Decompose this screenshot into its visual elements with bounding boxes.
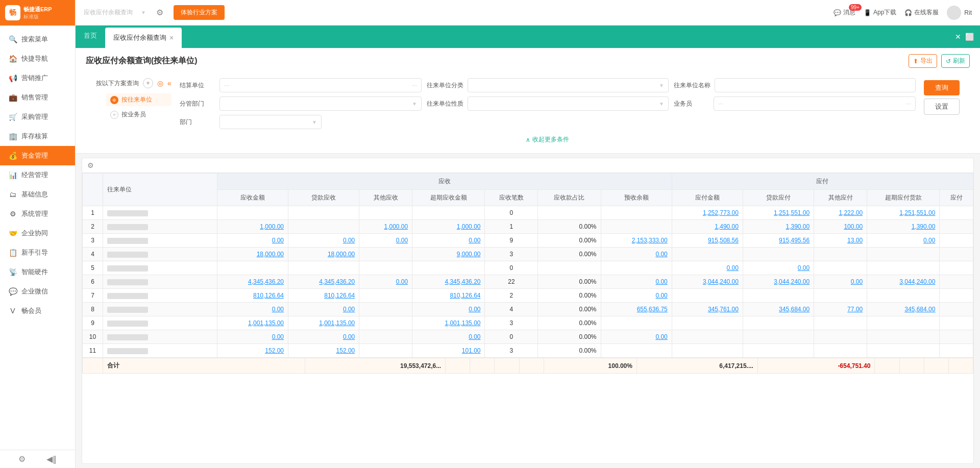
row-ar-count: 3 xyxy=(485,344,538,358)
row-ap-loan xyxy=(743,344,814,358)
row-ap-loan: 1,251,551.00 xyxy=(743,206,814,220)
row-ar-overdue: 0.00 xyxy=(412,303,485,316)
sidebar-item-beginner[interactable]: 📋 新手引导 xyxy=(0,243,75,262)
partner-nature-input[interactable]: ▼ xyxy=(468,96,669,111)
sidebar-item-quick-nav[interactable]: 🏠 快捷导航 xyxy=(0,49,75,68)
row-ar-count: 0 xyxy=(485,330,538,344)
tab-close-icon[interactable]: × xyxy=(169,34,174,41)
sidebar-settings-icon[interactable]: ⚙ xyxy=(18,454,26,464)
filter-add-btn[interactable]: + xyxy=(143,78,153,88)
sidebar-item-search-menu[interactable]: 🔍 搜索菜单 xyxy=(0,30,75,49)
enterprise-icon: 🤝 xyxy=(8,229,17,238)
sidebar-item-base-info[interactable]: 🗂 基础信息 xyxy=(0,185,75,204)
row-ap-other: 77.00 xyxy=(814,303,867,316)
department-input[interactable]: ▼ xyxy=(219,96,422,111)
row-ap-extra xyxy=(940,303,973,316)
tabs-bar: 首页 应收应付余额查询 × ✕ ⬜ xyxy=(76,26,980,48)
row-ap-overdue xyxy=(867,330,940,344)
row-ap-amount: 3,044,240.00 xyxy=(672,275,743,289)
row-ar-overdue: 810,126.64 xyxy=(412,289,485,303)
online-service[interactable]: 🎧 在线客服 xyxy=(904,8,939,17)
page-title-row: 应收应付余额查询(按往来单位) ⬆ 导出 ↺ 刷新 xyxy=(86,54,970,68)
partner-name-input[interactable] xyxy=(715,78,916,92)
tab-ar-balance[interactable]: 应收应付余额查询 × xyxy=(105,28,182,48)
partner-category-input[interactable]: ▼ xyxy=(468,78,669,92)
app-logo-icon: 畅 xyxy=(5,5,20,20)
row-ap-amount: 1,490.00 xyxy=(672,220,743,234)
row-ap-loan xyxy=(743,248,814,261)
row-partner-cell xyxy=(103,206,217,220)
filter-by-partner[interactable]: ⊕ 按往来单位 xyxy=(106,93,172,106)
row-ap-extra xyxy=(940,316,973,330)
window-close-icon[interactable]: ✕ xyxy=(955,33,961,41)
sidebar-item-system[interactable]: ⚙ 系统管理 xyxy=(0,204,75,224)
dept-input[interactable]: ▼ xyxy=(219,115,322,129)
sidebar-item-wechat[interactable]: 💬 企业微信 xyxy=(0,282,75,301)
sidebar-item-smart-hw[interactable]: 📡 智能硬件 xyxy=(0,262,75,282)
message-badge: 99+ xyxy=(849,4,862,11)
filter-salesman: 业务员 ··· xyxy=(674,96,916,111)
sidebar-item-finance[interactable]: 💰 资金管理 xyxy=(0,146,75,165)
col-ar-count-header: 应收笔数 xyxy=(485,190,538,206)
sidebar-item-inventory[interactable]: 🏢 库存核算 xyxy=(0,127,75,146)
app-download[interactable]: 📱 App下载 xyxy=(864,8,896,17)
row-ar-overdue: 9,000.00 xyxy=(412,248,485,261)
sidebar-item-enterprise[interactable]: 🤝 企业协同 xyxy=(0,224,75,243)
sidebar-item-sales[interactable]: 💼 销售管理 xyxy=(0,88,75,107)
main-area: 应收应付余额查询 ▼ ⚙ 体验行业方案 💬 消息 99+ 📱 App下载 🎧 在… xyxy=(76,0,980,468)
user-name: Rit xyxy=(964,9,972,16)
sidebar-item-purchase[interactable]: 🛒 采购管理 xyxy=(0,107,75,127)
row-ar-advance: 0.00 xyxy=(601,248,672,261)
set-button[interactable]: 设置 xyxy=(924,98,960,115)
salesman-input[interactable]: ··· xyxy=(714,96,916,111)
window-maximize-icon[interactable]: ⬜ xyxy=(965,33,974,41)
settlement-unit-input[interactable]: ··· xyxy=(219,78,422,92)
user-avatar[interactable]: Rit xyxy=(947,6,972,20)
row-ar-count: 2 xyxy=(485,289,538,303)
query-button[interactable]: 查询 xyxy=(924,80,960,95)
footer-partner-cell: 合计 xyxy=(103,358,305,374)
row-no-cell: 11 xyxy=(83,344,103,358)
row-ar-ratio: 0.00% xyxy=(538,316,601,330)
page-header: 应收应付余额查询(按往来单位) ⬆ 导出 ↺ 刷新 xyxy=(76,48,980,154)
row-ap-overdue xyxy=(867,261,940,275)
row-ap-other xyxy=(814,330,867,344)
col-ap-loan-header: 贷款应付 xyxy=(743,190,814,206)
row-no-cell: 10 xyxy=(83,330,103,344)
tab-home[interactable]: 首页 xyxy=(76,26,105,46)
filter-by-salesman[interactable]: ○ 按业务员 xyxy=(106,108,172,121)
filter-collapse-btn[interactable]: ∧ 收起更多条件 xyxy=(180,133,916,146)
row-ap-other xyxy=(814,289,867,303)
sidebar-item-marketing[interactable]: 📢 营销推广 xyxy=(0,68,75,88)
row-ar-other xyxy=(359,316,412,330)
beginner-icon: 📋 xyxy=(8,248,17,257)
sidebar-item-member[interactable]: V 畅会员 xyxy=(0,301,75,321)
row-ar-amount xyxy=(217,261,288,275)
row-ap-other xyxy=(814,248,867,261)
row-partner-cell xyxy=(103,234,217,248)
footer-ar-amount-cell: 19,553,472,6... xyxy=(305,358,446,374)
refresh-button[interactable]: ↺ 刷新 xyxy=(941,54,970,68)
col-ap-extra-header: 应付 xyxy=(940,190,973,206)
topbar-cta-button[interactable]: 体验行业方案 xyxy=(174,5,225,20)
row-ar-count: 3 xyxy=(485,248,538,261)
page-title: 应收应付余额查询(按往来单位) xyxy=(86,56,198,66)
sidebar-item-operation[interactable]: 📊 经营管理 xyxy=(0,165,75,185)
table-toolbar: ⚙ xyxy=(82,158,973,173)
topbar-message[interactable]: 💬 消息 99+ xyxy=(834,8,855,17)
filter-row-3: 部门 ▼ xyxy=(180,115,916,129)
scrollable-table[interactable]: 往来单位 应收 应付 应收金额 贷款应收 其他应收 超期应收金额 应收笔数 xyxy=(82,173,973,463)
row-ap-amount xyxy=(672,330,743,344)
filter-settings-icon[interactable]: ◎ xyxy=(157,79,163,87)
table-settings-icon[interactable]: ⚙ xyxy=(87,161,94,169)
col-ar-loan-header: 贷款应收 xyxy=(288,190,359,206)
export-button[interactable]: ⬆ 导出 xyxy=(909,54,937,68)
row-partner-cell xyxy=(103,303,217,316)
filter-row-1: 结算单位 ··· 往来单位分类 ▼ xyxy=(180,78,916,92)
filter-collapse-icon[interactable]: « xyxy=(167,79,172,87)
col-ar-other-header: 其他应收 xyxy=(359,190,412,206)
row-ar-loan: 0.00 xyxy=(288,303,359,316)
row-ap-loan xyxy=(743,316,814,330)
sidebar-collapse-icon[interactable]: ◀‖ xyxy=(46,454,57,464)
topbar-gear-icon[interactable]: ⚙ xyxy=(156,8,163,17)
